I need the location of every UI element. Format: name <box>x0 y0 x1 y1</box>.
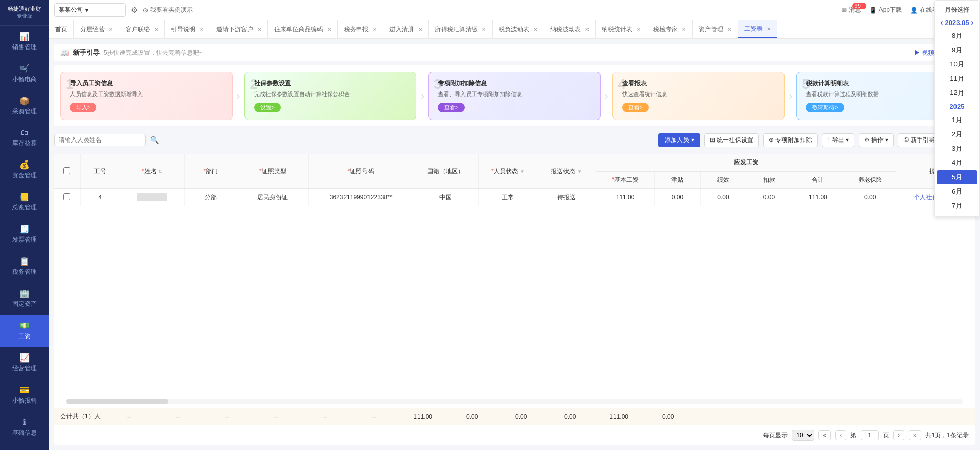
page-number-input[interactable] <box>861 430 879 440</box>
month-item-11[interactable]: 11月 <box>935 72 979 86</box>
sidebar-item-ecommerce[interactable]: 🛒 小畅电商 <box>0 58 49 90</box>
tab-taxpay-fluctuation[interactable]: 纳税波动表 ✕ <box>544 20 596 38</box>
coming-soon-btn[interactable]: 敬请期待> <box>806 103 844 112</box>
search-input[interactable] <box>54 134 146 146</box>
step-btn-4[interactable]: 查看> <box>622 103 777 112</box>
tab-close-icon[interactable]: ✕ <box>482 27 486 32</box>
tab-income-tax[interactable]: 所得税汇算清缴 ✕ <box>429 20 493 38</box>
toolbar-right: 添加人员 ▾ ⊞ 统一社保设置 ⊕ 专项附加扣除 ↑ <box>658 133 975 147</box>
tab-asset-mgmt[interactable]: 资产管理 ✕ <box>693 20 738 38</box>
tab-close-icon[interactable]: ✕ <box>327 27 331 32</box>
unified-settings-btn[interactable]: ⊞ 统一社保设置 <box>704 133 759 147</box>
sidebar-item-ledger[interactable]: 📒 总账管理 <box>0 186 49 218</box>
month-item-5-active[interactable]: 5月 <box>937 170 977 184</box>
month-item-8[interactable]: 8月 <box>935 39 979 43</box>
tab-taxpay-stats[interactable]: 纳税统计表 ✕ <box>596 20 647 38</box>
tab-close-icon[interactable]: ✕ <box>418 27 422 32</box>
tab-close-icon[interactable]: ✕ <box>585 27 589 32</box>
tab-tax-report[interactable]: 税务申报 ✕ <box>338 20 383 38</box>
sidebar-item-operations[interactable]: 📈 经营管理 <box>0 347 49 379</box>
step-btn-1[interactable]: 导入> <box>70 103 225 112</box>
sidebar-item-finance[interactable]: 💰 资金管理 <box>0 154 49 186</box>
special-deduction-btn[interactable]: ⊕ 专项附加扣除 <box>763 133 818 147</box>
col-id-no: *证照号码 <box>309 154 413 189</box>
sidebar-item-system[interactable]: ⚙ 系统管理 <box>0 443 49 450</box>
month-item-6[interactable]: 6月 <box>935 184 979 199</box>
table-wrapper[interactable]: 工号 *姓名 ⇅ *部门 *证照类型 <box>54 154 975 396</box>
view-special-btn[interactable]: 查看> <box>438 103 464 112</box>
tab-guide-desc[interactable]: 引导说明 ✕ <box>165 20 210 38</box>
tab-close-icon[interactable]: ✕ <box>533 27 537 32</box>
step-btn-3[interactable]: 查看> <box>438 103 593 112</box>
tab-close-icon[interactable]: ✕ <box>636 27 641 32</box>
tab-close-icon[interactable]: ✕ <box>257 27 261 32</box>
ledger-icon: 📒 <box>19 192 30 202</box>
sidebar-item-inventory[interactable]: 🗂 库存核算 <box>0 122 49 154</box>
search-button[interactable]: 🔍 <box>150 136 159 144</box>
month-item-12[interactable]: 12月 <box>935 86 979 100</box>
tab-tax-expert[interactable]: 税检专家 ✕ <box>647 20 693 38</box>
app-download-btn[interactable]: 📱 App下载 <box>869 6 902 14</box>
tab-close-icon[interactable]: ✕ <box>373 27 377 32</box>
sidebar-item-expense[interactable]: 💳 小畅报销 <box>0 379 49 411</box>
operations-btn[interactable]: ⚙ 操作 ▾ <box>859 133 894 147</box>
month-item-7[interactable]: 7月 <box>935 199 979 213</box>
col-deduction: 扣款 <box>746 171 792 188</box>
import-btn[interactable]: 导入> <box>70 103 96 112</box>
export-btn[interactable]: ↑ 导出 ▾ <box>822 133 854 147</box>
step-btn-2[interactable]: 设置> <box>254 103 409 112</box>
report-filter-icon[interactable]: ▼ <box>577 169 582 174</box>
row-checkbox[interactable] <box>63 193 70 200</box>
tab-tax-burden[interactable]: 税负波动表 ✕ <box>493 20 544 38</box>
select-all-checkbox[interactable] <box>63 167 70 174</box>
sidebar-item-payroll[interactable]: 💵 工资 <box>0 315 49 347</box>
sidebar-item-purchase[interactable]: 📦 采购管理 <box>0 90 49 122</box>
sidebar-item-assets[interactable]: 🏢 固定资产 <box>0 282 49 315</box>
page-size-label: 每页显示 <box>763 431 788 440</box>
topbar-settings-icon[interactable]: ⚙ <box>129 3 140 17</box>
tab-close-icon[interactable]: ✕ <box>109 27 113 32</box>
settings-btn[interactable]: 设置> <box>254 103 281 112</box>
scrollbar-thumb[interactable] <box>66 399 168 404</box>
tab-close-icon[interactable]: ✕ <box>154 27 158 32</box>
tab-invite[interactable]: 邀请下游客户 ✕ <box>210 20 268 38</box>
month-item-1[interactable]: 1月 <box>935 113 979 127</box>
last-page-btn[interactable]: » <box>909 430 921 440</box>
next-page-btn[interactable]: › <box>893 430 904 440</box>
message-btn[interactable]: ✉ 消息 99+ <box>842 6 861 14</box>
month-item-10[interactable]: 10月 <box>935 57 979 72</box>
tab-close-icon[interactable]: ✕ <box>727 27 731 32</box>
tab-close-icon[interactable]: ✕ <box>682 27 686 32</box>
tab-layered-ops[interactable]: 分层经营 ✕ <box>74 20 119 38</box>
tab-home[interactable]: 首页 <box>49 20 74 38</box>
sidebar-item-basic-info[interactable]: ℹ 基础信息 <box>0 411 49 443</box>
first-page-btn[interactable]: « <box>818 430 831 440</box>
sidebar-item-invoice[interactable]: 🧾 发票管理 <box>0 218 49 250</box>
view-report-btn[interactable]: 查看> <box>622 103 649 112</box>
tab-close-icon[interactable]: ✕ <box>200 27 204 32</box>
page-label: 第 <box>850 431 856 440</box>
tab-close-icon[interactable]: ✕ <box>767 26 771 32</box>
demo-link[interactable]: ⊙ 我要看实例演示 <box>143 6 193 14</box>
cell-report-status: 待报送 <box>537 188 596 206</box>
guide-video-btn[interactable]: ▶ 视频 <box>914 49 934 57</box>
month-item-4[interactable]: 4月 <box>935 156 979 170</box>
month-item-2[interactable]: 2月 <box>935 127 979 141</box>
company-selector[interactable]: 某某公司 ▾ <box>54 3 126 17</box>
sidebar-item-tax[interactable]: 📋 税务管理 <box>0 250 49 282</box>
status-filter-icon[interactable]: ▼ <box>520 169 525 174</box>
page-size-select[interactable]: 10 20 50 <box>792 430 814 441</box>
step-desc-3: 查看、导入员工专项附加扣除信息 <box>436 90 593 99</box>
horizontal-scrollbar[interactable] <box>54 395 975 408</box>
add-staff-button[interactable]: 添加人员 ▾ <box>658 133 700 147</box>
sidebar-item-sales[interactable]: 📊 销售管理 <box>0 26 49 58</box>
month-item-9[interactable]: 9月 <box>935 43 979 57</box>
tab-label: 税负波动表 <box>499 25 529 34</box>
sort-icon[interactable]: ⇅ <box>158 169 162 174</box>
tab-customer[interactable]: 客户联络 ✕ <box>119 20 165 38</box>
tab-payroll[interactable]: 工资表 ✕ <box>738 20 777 38</box>
prev-page-btn[interactable]: ‹ <box>835 430 846 440</box>
month-item-3[interactable]: 3月 <box>935 141 979 156</box>
tab-product-code[interactable]: 往来单位商品编码 ✕ <box>268 20 338 38</box>
tab-clearance[interactable]: 进入清册 ✕ <box>383 20 429 38</box>
